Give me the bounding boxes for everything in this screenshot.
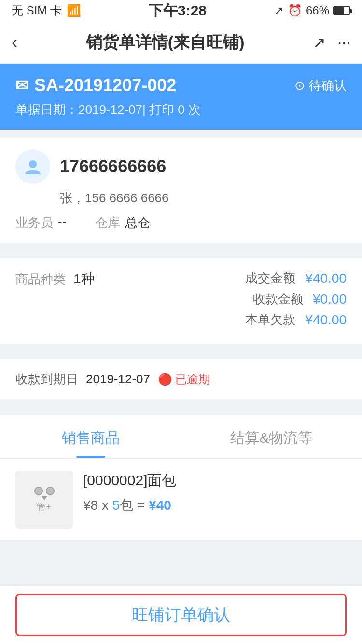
wifi-icon: 📶 [67, 4, 81, 17]
status-text: 待确认 [309, 77, 347, 94]
page-title: 销货单详情(来自旺铺) [86, 31, 245, 54]
customer-phone: 17666666666 [60, 156, 166, 177]
location-icon: ↗ [274, 4, 284, 17]
tab-settlement-label: 结算&物流等 [230, 430, 312, 446]
due-label: 收款到期日 [15, 371, 78, 388]
owl-eyes [34, 487, 55, 495]
svg-point-0 [29, 160, 37, 168]
amount-label-0: 成交金额 [245, 270, 295, 287]
product-type: 商品种类 1种 [15, 270, 95, 288]
order-date: 单据日期：2019-12-07| 打印 0 次 [15, 101, 347, 118]
tabs-header: 销售商品 结算&物流等 [0, 415, 362, 458]
divider-2 [0, 251, 362, 258]
product-qty: 5 [112, 498, 120, 513]
owl-beak [42, 496, 47, 500]
header-card: ✉ SA-20191207-002 ⊙ 待确认 单据日期：2019-12-07|… [0, 64, 362, 130]
order-icon: ✉ [15, 76, 28, 95]
warehouse-item: 仓库 总仓 [95, 214, 150, 231]
owl-eye-right [46, 487, 55, 495]
amount-row-2: 本单欠款 ¥40.00 [245, 311, 347, 328]
due-section: 收款到期日 2019-12-07 🔴 已逾期 [0, 359, 362, 399]
customer-row: 17666666666 [15, 149, 347, 184]
divider-3 [0, 351, 362, 359]
product-thumbnail: 管+ [15, 471, 73, 529]
bottom-bar: 旺铺订单确认 [0, 586, 362, 644]
date-label: 单据日期： [15, 102, 78, 117]
tab-products-label: 销售商品 [62, 430, 120, 446]
status-bar: 无 SIM 卡 📶 下午3:28 ↗ ⏰ 66% [0, 0, 362, 21]
amount-label-2: 本单欠款 [245, 311, 295, 328]
amount-value-0: ¥40.00 [305, 271, 347, 286]
product-type-label: 商品种类 [15, 271, 66, 288]
amount-row-0: 成交金额 ¥40.00 [245, 270, 347, 287]
divider-4 [0, 407, 362, 415]
overdue-icon: 🔴 [158, 373, 172, 386]
tab-settlement[interactable]: 结算&物流等 [181, 415, 362, 458]
amounts: 成交金额 ¥40.00 收款金额 ¥0.00 本单欠款 ¥40.00 [245, 270, 347, 332]
order-id: ✉ SA-20191207-002 [15, 75, 176, 96]
tab-products[interactable]: 销售商品 [0, 415, 181, 458]
print-text: | 打印 0 次 [142, 102, 201, 117]
product-price-row: ¥8 x 5包 = ¥40 [83, 496, 347, 515]
products-section: 管+ [0000002]面包 ¥8 x 5包 = ¥40 [0, 459, 362, 541]
product-thumb-inner: 管+ [15, 471, 73, 529]
tabs-section: 销售商品 结算&物流等 [0, 415, 362, 458]
product-name: [0000002]面包 [83, 471, 347, 490]
order-id-text: SA-20191207-002 [34, 75, 176, 96]
status-left: 无 SIM 卡 📶 [12, 3, 81, 18]
customer-section: 17666666666 张，156 6666 6666 业务员 -- 仓库 总仓 [0, 138, 362, 243]
owl-eye-left [34, 487, 43, 495]
alarm-icon: ⏰ [288, 4, 302, 17]
warehouse-label: 仓库 [95, 214, 120, 231]
confirm-button[interactable]: 旺铺订单确认 [15, 594, 347, 636]
share-icon[interactable]: ↗ [313, 33, 326, 52]
nav-bar: ‹ 销货单详情(来自旺铺) ↗ ··· [0, 21, 362, 64]
nav-actions: ↗ ··· [313, 33, 350, 52]
product-info: [0000002]面包 ¥8 x 5包 = ¥40 [83, 471, 347, 529]
product-type-value: 1种 [73, 270, 95, 288]
clock-icon: ⊙ [294, 78, 305, 93]
amount-label-1: 收款金额 [253, 291, 303, 308]
customer-name: 张，156 6666 6666 [60, 190, 347, 207]
salesman-item: 业务员 -- [15, 214, 66, 231]
battery-percent: 66% [306, 4, 329, 17]
due-date-value: 2019-12-07 [86, 372, 150, 387]
salesman-value: -- [58, 214, 66, 231]
avatar [15, 149, 50, 184]
product-item: 管+ [0000002]面包 ¥8 x 5包 = ¥40 [0, 459, 362, 541]
product-total: ¥40 [149, 498, 171, 513]
owl-text: 管+ [37, 501, 53, 513]
battery-icon [333, 6, 350, 15]
overdue-badge: 🔴 已逾期 [158, 372, 210, 387]
amount-value-2: ¥40.00 [305, 312, 347, 328]
unit-price: ¥8 x [83, 498, 112, 513]
carrier-label: 无 SIM 卡 [12, 3, 62, 18]
summary-section: 商品种类 1种 成交金额 ¥40.00 收款金额 ¥0.00 本单欠款 ¥40.… [0, 258, 362, 344]
header-top: ✉ SA-20191207-002 ⊙ 待确认 [15, 75, 347, 96]
divider-1 [0, 130, 362, 138]
date-value: 2019-12-07 [78, 102, 142, 117]
customer-meta: 业务员 -- 仓库 总仓 [15, 214, 347, 231]
salesman-label: 业务员 [15, 214, 53, 231]
order-status: ⊙ 待确认 [294, 77, 347, 94]
owl-logo: 管+ [34, 487, 55, 513]
status-time: 下午3:28 [149, 1, 207, 21]
more-icon[interactable]: ··· [337, 33, 350, 51]
unit-label: 包 = [120, 498, 149, 513]
overdue-text: 已逾期 [175, 372, 210, 387]
status-right: ↗ ⏰ 66% [274, 4, 350, 17]
amount-row-1: 收款金额 ¥0.00 [245, 291, 347, 308]
back-button[interactable]: ‹ [12, 32, 17, 53]
warehouse-value: 总仓 [125, 214, 150, 231]
amount-value-1: ¥0.00 [313, 292, 347, 307]
